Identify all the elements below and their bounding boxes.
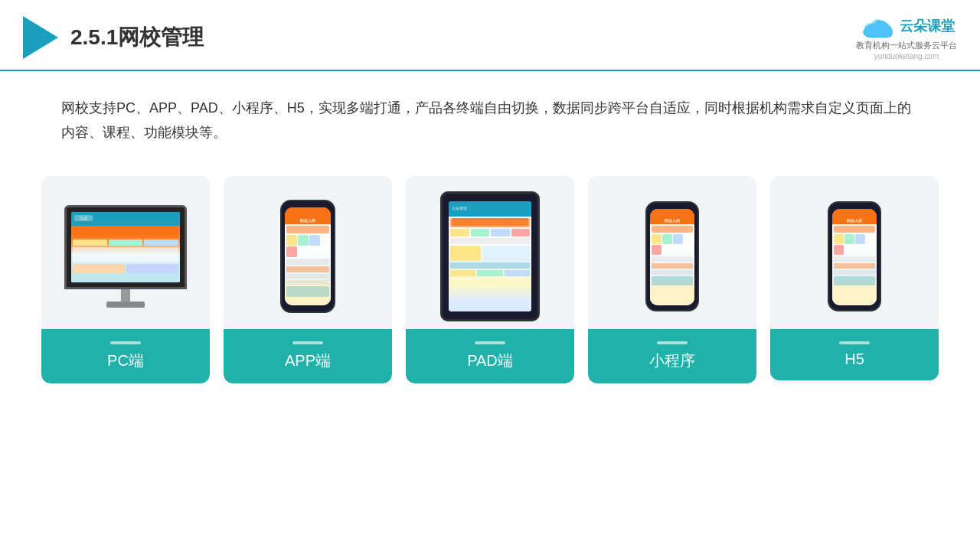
- phone-mini-notch: [664, 203, 681, 208]
- card-app-image: 职达人的: [224, 176, 392, 329]
- page-title: 2.5.1网校管理: [70, 23, 204, 52]
- pc-monitor-icon: 云朵: [64, 205, 187, 308]
- brand-url: yunduoketang.com: [874, 52, 939, 60]
- tablet-screen: 云朵课堂: [449, 201, 531, 311]
- cards-container: 云朵: [0, 161, 980, 383]
- h5-phone-icon: 职达人的: [828, 201, 881, 311]
- h5-phone-notch: [846, 203, 863, 208]
- description-paragraph: 网校支持PC、APP、PAD、小程序、H5，实现多端打通，产品各终端自由切换，数…: [61, 96, 919, 145]
- card-app: 职达人的: [224, 176, 392, 383]
- card-pad-image: 云朵课堂: [406, 176, 574, 329]
- header-left: 2.5.1网校管理: [23, 16, 204, 59]
- card-pc-label: PC端: [41, 329, 210, 383]
- cloud-logo: 云朵课堂: [858, 14, 955, 38]
- miniprogram-phone-icon: 职达人的: [645, 201, 699, 311]
- tablet-icon: 云朵课堂: [440, 191, 540, 321]
- card-h5: 职达人的: [770, 176, 939, 383]
- description-text: 网校支持PC、APP、PAD、小程序、H5，实现多端打通，产品各终端自由切换，数…: [0, 71, 980, 161]
- card-label-bar-app: [292, 341, 323, 344]
- phone-mini-screen: 职达人的: [650, 209, 694, 305]
- card-pc: 云朵: [41, 176, 210, 383]
- brand-name: 云朵课堂: [900, 17, 955, 35]
- card-pad-label: PAD端: [406, 329, 574, 383]
- card-miniprogram-image: 职达人的: [588, 176, 756, 329]
- card-pc-image: 云朵: [41, 176, 210, 329]
- phone-notch: [299, 201, 317, 207]
- header: 2.5.1网校管理 云朵课堂 教育机构一站式服务云平台yunduoketang.…: [0, 0, 980, 71]
- card-pad: 云朵课堂: [406, 176, 574, 383]
- card-miniprogram-label: 小程序: [588, 329, 756, 383]
- card-label-bar: [110, 341, 141, 344]
- h5-phone-screen: 职达人的: [832, 209, 877, 305]
- brand-subtitle: 教育机构一站式服务云平台yunduoketang.com: [856, 40, 957, 60]
- card-miniprogram: 职达人的: [588, 176, 756, 383]
- header-right: 云朵课堂 教育机构一站式服务云平台yunduoketang.com: [856, 14, 957, 60]
- card-label-bar-pad: [475, 341, 505, 344]
- cloud-icon: [858, 14, 895, 38]
- card-h5-label: H5: [770, 329, 939, 380]
- card-h5-image: 职达人的: [770, 176, 939, 329]
- card-app-label: APP端: [224, 329, 392, 383]
- card-label-bar-h5: [839, 341, 870, 344]
- card-label-bar-mini: [657, 341, 688, 344]
- phone-screen: 职达人的: [285, 207, 331, 305]
- logo-triangle-icon: [23, 16, 58, 59]
- app-phone-icon: 职达人的: [280, 200, 335, 313]
